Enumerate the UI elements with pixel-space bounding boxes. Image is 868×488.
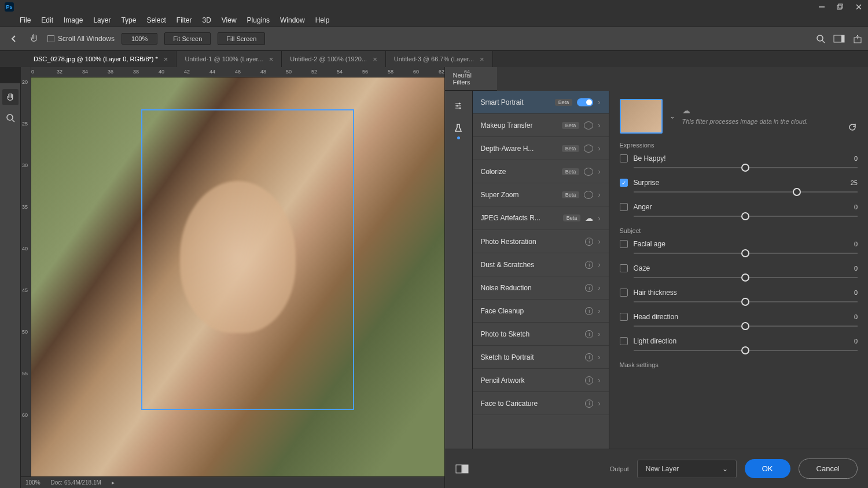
slider-thumb[interactable] bbox=[741, 298, 749, 306]
maximize-button[interactable] bbox=[836, 2, 845, 12]
slider-track[interactable] bbox=[634, 277, 858, 278]
slider-checkbox[interactable] bbox=[620, 240, 628, 248]
menu-help[interactable]: Help bbox=[311, 15, 334, 25]
tab-close-icon[interactable]: × bbox=[269, 55, 274, 64]
info-icon[interactable]: i bbox=[585, 261, 593, 269]
compare-icon[interactable] bbox=[455, 463, 469, 475]
filter-row[interactable]: Face Cleanupi› bbox=[473, 300, 609, 323]
filter-row[interactable]: Makeup TransferBeta› bbox=[473, 114, 609, 137]
menu-image[interactable]: Image bbox=[59, 15, 87, 25]
filter-adjust-icon[interactable] bbox=[453, 100, 464, 112]
filter-beaker-icon[interactable] bbox=[453, 122, 464, 134]
home-back-button[interactable] bbox=[6, 31, 22, 47]
menu-view[interactable]: View bbox=[217, 15, 241, 25]
face-selection-box[interactable] bbox=[141, 109, 354, 410]
hand-tool[interactable] bbox=[2, 89, 19, 105]
menu-edit[interactable]: Edit bbox=[36, 15, 58, 25]
output-dropdown[interactable]: New Layer ⌄ bbox=[637, 460, 737, 478]
filter-row[interactable]: Super ZoomBeta› bbox=[473, 183, 609, 206]
chevron-down-icon[interactable]: ⌄ bbox=[670, 112, 675, 120]
menu-type[interactable]: Type bbox=[116, 15, 141, 25]
info-icon[interactable]: i bbox=[585, 376, 593, 385]
reset-icon[interactable] bbox=[847, 122, 858, 132]
tab-close-icon[interactable]: × bbox=[164, 55, 168, 64]
slider-checkbox[interactable] bbox=[620, 264, 628, 272]
info-icon[interactable]: i bbox=[585, 400, 593, 408]
document-tab[interactable]: Untitled-2 @ 100% (1920...× bbox=[282, 51, 385, 67]
filter-row[interactable]: Pencil Artworki› bbox=[473, 369, 609, 392]
filter-row[interactable]: Depth-Aware H...Beta› bbox=[473, 137, 609, 160]
document-tab[interactable]: Untitled-1 @ 100% (Layer...× bbox=[176, 51, 282, 67]
menu-plugins[interactable]: Plugins bbox=[242, 15, 274, 25]
zoom-level-display[interactable]: 100% bbox=[122, 33, 157, 45]
filter-row[interactable]: Face to Caricaturei› bbox=[473, 392, 609, 415]
menu-window[interactable]: Window bbox=[275, 15, 310, 25]
share-icon[interactable] bbox=[853, 34, 862, 43]
filter-row[interactable]: Sketch to Portraiti› bbox=[473, 346, 609, 369]
slider-checkbox[interactable] bbox=[620, 154, 628, 162]
menu-file[interactable]: File bbox=[15, 15, 35, 25]
scroll-all-windows-option[interactable]: Scroll All Windows bbox=[47, 35, 115, 43]
menu-select[interactable]: Select bbox=[142, 15, 170, 25]
slider-checkbox[interactable] bbox=[620, 337, 628, 345]
scroll-all-checkbox[interactable] bbox=[47, 35, 54, 42]
tab-close-icon[interactable]: × bbox=[373, 55, 377, 64]
download-icon[interactable]: ☁ bbox=[585, 213, 593, 223]
filter-toggle[interactable] bbox=[577, 98, 593, 106]
slider-track[interactable] bbox=[634, 253, 858, 254]
filter-row[interactable]: Noise Reductioni› bbox=[473, 276, 609, 300]
slider-track[interactable] bbox=[634, 350, 858, 351]
filter-row[interactable]: ColorizeBeta› bbox=[473, 160, 609, 183]
zoom-tool[interactable] bbox=[2, 110, 19, 126]
ok-button[interactable]: OK bbox=[745, 459, 790, 478]
slider-thumb[interactable] bbox=[741, 249, 749, 257]
search-icon[interactable] bbox=[816, 34, 825, 43]
info-icon[interactable]: i bbox=[585, 330, 593, 338]
svg-point-15 bbox=[459, 103, 461, 105]
cancel-button[interactable]: Cancel bbox=[799, 459, 858, 479]
slider-checkbox[interactable] bbox=[620, 203, 628, 211]
filter-toggle[interactable] bbox=[584, 145, 593, 153]
info-icon[interactable]: i bbox=[585, 284, 593, 292]
slider-checkbox[interactable]: ✓ bbox=[620, 179, 628, 187]
filter-row[interactable]: Smart PortraitBeta› bbox=[473, 91, 609, 114]
face-thumbnail[interactable] bbox=[620, 99, 663, 134]
menu-filter[interactable]: Filter bbox=[172, 15, 197, 25]
menu-layer[interactable]: Layer bbox=[89, 15, 115, 25]
slider-checkbox[interactable] bbox=[620, 313, 628, 321]
slider-track[interactable] bbox=[634, 216, 858, 217]
close-button[interactable] bbox=[854, 2, 863, 12]
slider-track[interactable] bbox=[634, 326, 858, 327]
document-tab[interactable]: DSC_0278.jpg @ 100% (Layer 0, RGB/8*) *× bbox=[25, 51, 176, 67]
filter-toggle[interactable] bbox=[584, 191, 593, 199]
fit-screen-button[interactable]: Fit Screen bbox=[164, 32, 211, 45]
menu-3d[interactable]: 3D bbox=[197, 15, 215, 25]
info-icon[interactable]: i bbox=[585, 238, 593, 246]
canvas[interactable] bbox=[31, 77, 444, 476]
filter-row[interactable]: Photo to Sketchi› bbox=[473, 323, 609, 346]
slider-thumb[interactable] bbox=[741, 212, 749, 220]
status-expand-icon[interactable]: ▸ bbox=[112, 479, 115, 486]
slider-track[interactable] bbox=[634, 301, 858, 302]
info-icon[interactable]: i bbox=[585, 353, 593, 361]
info-icon[interactable]: i bbox=[585, 307, 593, 315]
tab-close-icon[interactable]: × bbox=[480, 55, 484, 64]
slider-thumb[interactable] bbox=[741, 346, 749, 354]
filter-toggle[interactable] bbox=[584, 121, 593, 130]
filter-row[interactable]: JPEG Artefacts R...Beta☁› bbox=[473, 206, 609, 230]
slider-thumb[interactable] bbox=[741, 273, 749, 282]
filter-row[interactable]: Dust & Scratchesi› bbox=[473, 253, 609, 276]
hand-tool-icon[interactable] bbox=[29, 33, 41, 45]
slider-thumb[interactable] bbox=[741, 164, 749, 172]
workspace-icon[interactable] bbox=[833, 35, 845, 43]
filter-toggle[interactable] bbox=[584, 168, 593, 176]
slider-track[interactable] bbox=[634, 167, 858, 168]
slider-thumb[interactable] bbox=[793, 188, 801, 196]
fill-screen-button[interactable]: Fill Screen bbox=[218, 32, 265, 45]
minimize-button[interactable] bbox=[817, 2, 826, 12]
slider-thumb[interactable] bbox=[741, 322, 749, 330]
document-tab[interactable]: Untitled-3 @ 66.7% (Layer...× bbox=[386, 51, 493, 67]
filter-row[interactable]: Photo Restorationi› bbox=[473, 230, 609, 253]
slider-track[interactable] bbox=[634, 191, 858, 193]
slider-checkbox[interactable] bbox=[620, 289, 628, 297]
